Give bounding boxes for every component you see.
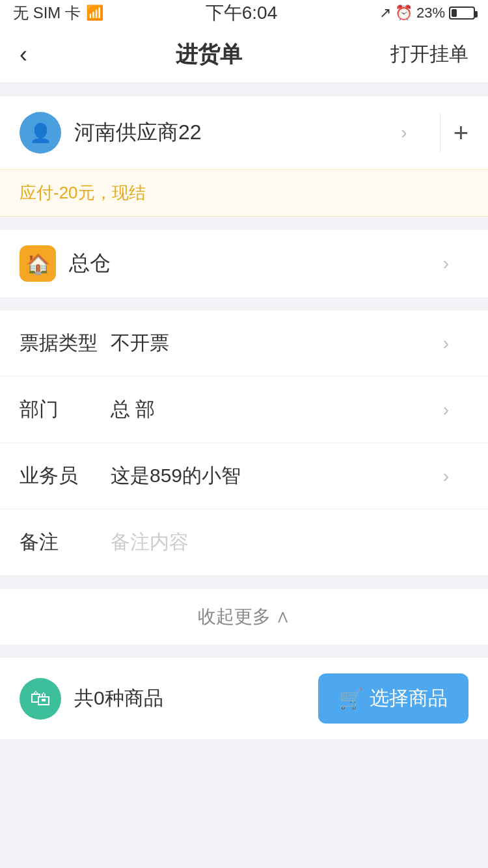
battery-icon	[449, 7, 475, 20]
collapse-bar[interactable]: 收起更多 ∧	[0, 588, 488, 645]
open-pending-button[interactable]: 打开挂单	[390, 41, 468, 68]
salesperson-label: 业务员	[20, 463, 111, 489]
status-left: 无 SIM 卡 📶	[13, 3, 103, 23]
section-gap-top	[0, 83, 488, 96]
product-icon: 🛍	[20, 678, 61, 720]
vertical-divider	[440, 113, 441, 152]
invoice-type-label: 票据类型	[20, 330, 111, 357]
salesperson-row[interactable]: 业务员 这是859的小智 ›	[0, 443, 488, 509]
nav-bar: ‹ 进货单 打开挂单	[0, 26, 488, 83]
supplier-avatar: 👤	[20, 112, 61, 154]
page-title: 进货单	[176, 40, 242, 70]
invoice-type-chevron-icon: ›	[443, 333, 449, 354]
avatar-icon: 👤	[29, 122, 52, 144]
time-display: 下午6:04	[206, 1, 278, 25]
supplier-row[interactable]: 👤 河南供应商22 › +	[0, 96, 488, 169]
battery-text: 23%	[416, 5, 445, 21]
wifi-icon: 📶	[86, 5, 103, 21]
remark-row[interactable]: 备注 备注内容	[0, 509, 488, 575]
product-bar: 🛍 共0种商品 🛒 选择商品	[0, 658, 488, 739]
form-card: 票据类型 不开票 › 部门 总 部 › 业务员 这是859的小智 › 备注 备注…	[0, 310, 488, 575]
remark-label: 备注	[20, 529, 111, 556]
warehouse-card: 🏠 总仓 ›	[0, 230, 488, 297]
department-chevron-icon: ›	[443, 400, 449, 420]
warehouse-icon-symbol: 🏠	[26, 252, 50, 275]
notice-bar: 应付-20元，现结	[0, 169, 488, 217]
select-product-label: 选择商品	[370, 685, 448, 712]
department-label: 部门	[20, 396, 111, 423]
salesperson-value: 这是859的小智	[111, 463, 443, 489]
add-supplier-button[interactable]: +	[454, 118, 468, 148]
collapse-text: 收起更多 ∧	[198, 606, 291, 627]
status-bar: 无 SIM 卡 📶 下午6:04 ↗ ⏰ 23%	[0, 0, 488, 26]
notice-text: 应付-20元，现结	[20, 183, 146, 202]
remark-placeholder: 备注内容	[111, 529, 468, 556]
select-product-button[interactable]: 🛒 选择商品	[318, 673, 468, 724]
department-value: 总 部	[111, 396, 443, 423]
warehouse-row[interactable]: 🏠 总仓 ›	[0, 230, 488, 297]
back-button[interactable]: ‹	[20, 41, 27, 68]
alarm-icon: ⏰	[395, 5, 413, 21]
carrier-text: 无 SIM 卡	[13, 3, 81, 23]
salesperson-chevron-icon: ›	[443, 466, 449, 487]
warehouse-icon: 🏠	[20, 245, 56, 282]
product-icon-symbol: 🛍	[30, 686, 51, 711]
invoice-type-row[interactable]: 票据类型 不开票 ›	[0, 310, 488, 377]
warehouse-name: 总仓	[69, 249, 443, 278]
supplier-card: 👤 河南供应商22 › + 应付-20元，现结	[0, 96, 488, 217]
department-row[interactable]: 部门 总 部 ›	[0, 377, 488, 443]
status-right: ↗ ⏰ 23%	[379, 5, 475, 21]
warehouse-chevron-icon: ›	[443, 253, 449, 274]
section-gap-bottom	[0, 645, 488, 658]
location-icon: ↗	[379, 5, 391, 21]
supplier-name: 河南供应商22	[74, 118, 401, 147]
product-count: 共0种商品	[74, 685, 318, 712]
supplier-chevron-icon: ›	[401, 122, 407, 143]
invoice-type-value: 不开票	[111, 330, 443, 357]
select-product-icon: 🛒	[339, 687, 363, 710]
